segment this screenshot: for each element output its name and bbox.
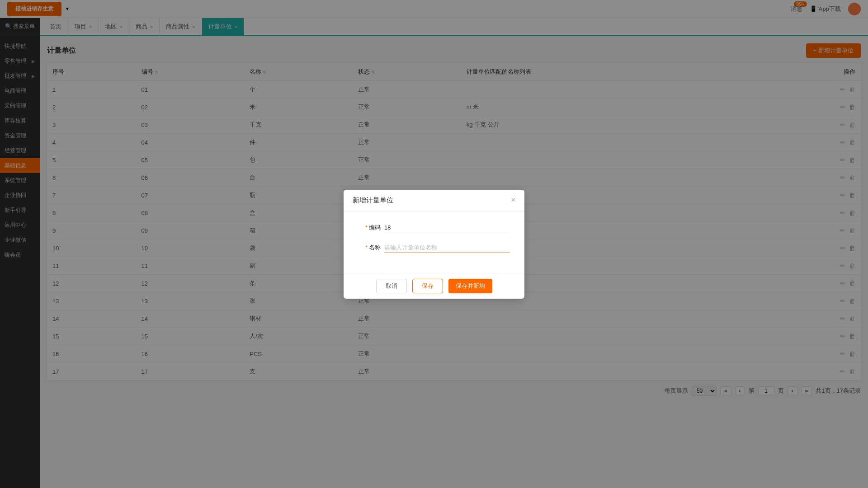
- dialog-header: 新增计量单位 ×: [344, 190, 524, 211]
- dialog-footer: 取消 保存 保存并新增: [344, 273, 524, 299]
- dialog-title: 新增计量单位: [353, 196, 393, 205]
- save-button[interactable]: 保存: [412, 279, 443, 293]
- save-and-add-button[interactable]: 保存并新增: [448, 279, 492, 293]
- code-label: 编码: [358, 224, 381, 232]
- code-input[interactable]: [384, 222, 510, 233]
- name-label: 名称: [358, 244, 381, 252]
- cancel-button[interactable]: 取消: [376, 279, 407, 293]
- form-row-name: 名称: [358, 242, 510, 253]
- dialog-body: 编码 名称: [344, 211, 524, 273]
- dialog-close-button[interactable]: ×: [511, 196, 515, 204]
- form-row-code: 编码: [358, 222, 510, 233]
- modal-overlay[interactable]: 新增计量单位 × 编码 名称 取消 保存 保存并新增: [0, 0, 868, 488]
- name-input[interactable]: [384, 242, 510, 253]
- dialog: 新增计量单位 × 编码 名称 取消 保存 保存并新增: [344, 190, 524, 299]
